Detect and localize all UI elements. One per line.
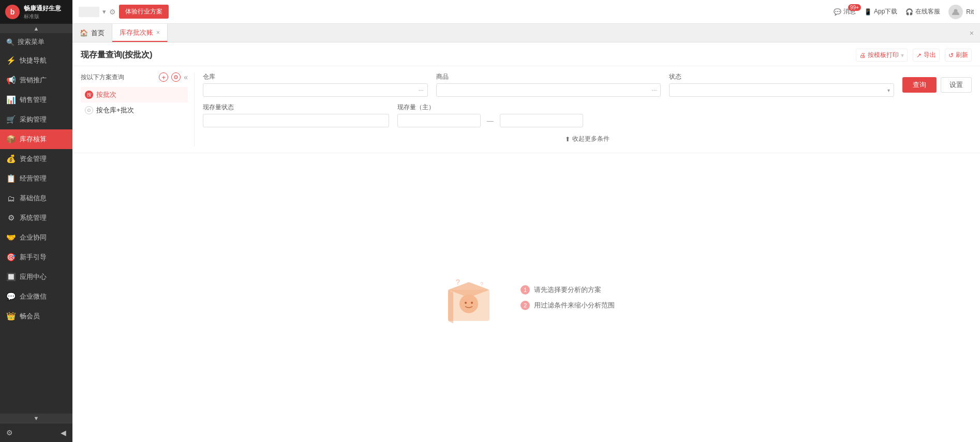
filter-field-inventory-status: 现存量状态 — [203, 103, 389, 127]
marketing-icon: 📢 — [6, 76, 16, 85]
breadcrumb — [79, 7, 99, 17]
warehouse-input[interactable] — [203, 83, 428, 97]
product-input[interactable] — [436, 83, 661, 97]
tab-inventory-batch[interactable]: 库存批次账 × — [112, 24, 168, 42]
headset-icon: 🎧 — [905, 8, 913, 16]
sidebar-item-inventory[interactable]: 📦 库存核算 — [0, 129, 72, 149]
sidebar-item-quick-nav[interactable]: ⚡ 快捷导航 — [0, 51, 72, 70]
sidebar-item-label: 应用中心 — [20, 272, 47, 282]
breadcrumb-current — [79, 7, 99, 17]
footer-settings-icon[interactable]: ⚙ — [6, 429, 13, 437]
refresh-icon: ↺ — [948, 52, 954, 59]
empty-tips: 1 请先选择要分析的方案 2 用过滤条件来缩小分析范围 — [521, 285, 615, 310]
filter-row-2: 现存量状态 现存量（主） — — [203, 103, 972, 127]
sidebar-item-basic[interactable]: 🗂 基础信息 — [0, 188, 72, 208]
scheme-actions: + ⚙ « — [159, 72, 188, 82]
svg-marker-3 — [448, 290, 453, 323]
sidebar-scroll-up[interactable]: ▲ — [0, 24, 72, 33]
query-button[interactable]: 查询 — [902, 77, 937, 93]
print-dropdown-icon[interactable]: ▾ — [901, 52, 904, 59]
status-dropdown-icon[interactable]: ▾ — [887, 87, 890, 93]
filter-area: 按以下方案查询 + ⚙ « 按 按批次 ⊙ 按仓库+批次 — [72, 66, 980, 153]
tab-home[interactable]: 🏠 首页 — [72, 24, 112, 42]
status-input[interactable] — [669, 83, 894, 97]
scheme-item-by-batch[interactable]: 按 按批次 — [81, 87, 188, 102]
search-label: 搜索菜单 — [18, 37, 44, 47]
filter-field-warehouse: 仓库 ··· — [203, 72, 428, 97]
tab-area-close-icon[interactable]: × — [970, 29, 974, 37]
collapse-scheme-icon[interactable]: « — [184, 73, 188, 81]
sidebar-item-label: 销售管理 — [20, 95, 47, 105]
sidebar-footer: ⚙ ◀ — [0, 423, 72, 442]
add-scheme-icon[interactable]: + — [159, 72, 168, 82]
sidebar: b 畅康通好生意 标准版 ▲ 🔍 搜索菜单 ⚡ 快捷导航 📢 营销推广 📊 销售… — [0, 0, 72, 442]
trial-button[interactable]: 体验行业方案 — [119, 5, 169, 19]
sidebar-item-operation[interactable]: 📋 经营管理 — [0, 169, 72, 188]
enterprise-icon: 🤝 — [6, 233, 16, 242]
topbar-left: ▾ ⚙ 体验行业方案 — [79, 5, 828, 19]
sidebar-item-enterprise[interactable]: 🤝 企业协同 — [0, 228, 72, 247]
collapse-more-button[interactable]: ⬆ 收起更多条件 — [203, 131, 972, 146]
sidebar-item-sales[interactable]: 📊 销售管理 — [0, 90, 72, 110]
inventory-status-select[interactable] — [203, 114, 389, 127]
tab-close-icon[interactable]: × — [156, 29, 160, 36]
refresh-button[interactable]: ↺ 刷新 — [945, 49, 972, 62]
sidebar-item-purchase[interactable]: 🛒 采购管理 — [0, 110, 72, 129]
members-icon: 👑 — [6, 312, 16, 321]
finance-icon: 💰 — [6, 154, 16, 164]
sidebar-item-members[interactable]: 👑 畅会员 — [0, 306, 72, 326]
topbar-dropdown-icon[interactable]: ▾ — [102, 8, 106, 16]
quick-nav-icon: ⚡ — [6, 56, 16, 65]
basic-icon: 🗂 — [6, 194, 16, 203]
chevron-up-icon: ⬆ — [565, 136, 570, 143]
refresh-label: 刷新 — [956, 51, 968, 60]
scheme-item-by-warehouse-batch[interactable]: ⊙ 按仓库+批次 — [81, 102, 188, 118]
sidebar-scroll: 🔍 搜索菜单 ⚡ 快捷导航 📢 营销推广 📊 销售管理 🛒 采购管理 📦 库存核… — [0, 33, 72, 414]
app-download-label: App下载 — [874, 7, 897, 16]
user-menu[interactable]: Rit — [948, 5, 974, 19]
app-download-button[interactable]: 📱 App下载 — [864, 7, 897, 16]
messages-button[interactable]: 💬 消息 99+ — [834, 7, 856, 16]
filter-scheme-header: 按以下方案查询 + ⚙ « — [81, 72, 188, 82]
status-label: 状态 — [669, 72, 894, 81]
sidebar-item-label: 系统管理 — [20, 213, 47, 223]
empty-tip-2: 2 用过滤条件来缩小分析范围 — [521, 301, 615, 310]
product-more-icon[interactable]: ··· — [651, 86, 657, 94]
edition-label: 标准版 — [24, 13, 61, 20]
footer-collapse-icon[interactable]: ◀ — [61, 429, 66, 437]
manage-scheme-icon[interactable]: ⚙ — [171, 72, 181, 82]
inventory-status-input-wrap — [203, 114, 389, 127]
search-icon: 🔍 — [6, 38, 14, 46]
sidebar-scroll-down[interactable]: ▼ — [0, 414, 72, 423]
wechat-icon: 💬 — [6, 292, 16, 301]
avatar — [948, 5, 963, 19]
sidebar-item-wechat[interactable]: 💬 企业微信 — [0, 287, 72, 306]
company-name: 畅康通好生意 — [24, 4, 61, 13]
sidebar-item-marketing[interactable]: 📢 营销推广 — [0, 70, 72, 90]
sidebar-item-system[interactable]: ⚙ 系统管理 — [0, 208, 72, 228]
topbar-gear-icon[interactable]: ⚙ — [109, 8, 116, 16]
service-button[interactable]: 🎧 在线客服 — [905, 7, 940, 16]
product-label: 商品 — [436, 72, 661, 81]
status-input-wrap: ▾ — [669, 83, 894, 97]
tab-inventory-batch-label: 库存批次账 — [120, 28, 153, 37]
filter-field-inventory-qty: 现存量（主） — — [397, 103, 584, 127]
sidebar-item-app-center[interactable]: 🔲 应用中心 — [0, 267, 72, 287]
settings-button[interactable]: 设置 — [941, 77, 972, 93]
export-button[interactable]: ↗ 导出 — [913, 49, 940, 62]
warehouse-input-wrap: ··· — [203, 83, 428, 97]
export-icon: ↗ — [916, 52, 922, 59]
page-content: 现存量查询(按批次) 🖨 按模板打印 ▾ ↗ 导出 ↺ 刷新 — [72, 42, 980, 442]
print-button[interactable]: 🖨 按模板打印 ▾ — [856, 49, 908, 62]
sidebar-item-guide[interactable]: 🎯 新手引导 — [0, 247, 72, 267]
page-actions: 🖨 按模板打印 ▾ ↗ 导出 ↺ 刷新 — [856, 49, 972, 62]
warehouse-more-icon[interactable]: ··· — [419, 86, 424, 94]
sidebar-item-finance[interactable]: 💰 资金管理 — [0, 149, 72, 169]
sidebar-search[interactable]: 🔍 搜索菜单 — [0, 33, 72, 51]
inventory-qty-label: 现存量（主） — [397, 103, 584, 112]
operation-icon: 📋 — [6, 174, 16, 183]
svg-point-4 — [459, 294, 478, 313]
inventory-qty-max-input[interactable] — [500, 114, 583, 127]
empty-tip-1: 1 请先选择要分析的方案 — [521, 285, 615, 294]
inventory-qty-min-input[interactable] — [397, 114, 481, 127]
